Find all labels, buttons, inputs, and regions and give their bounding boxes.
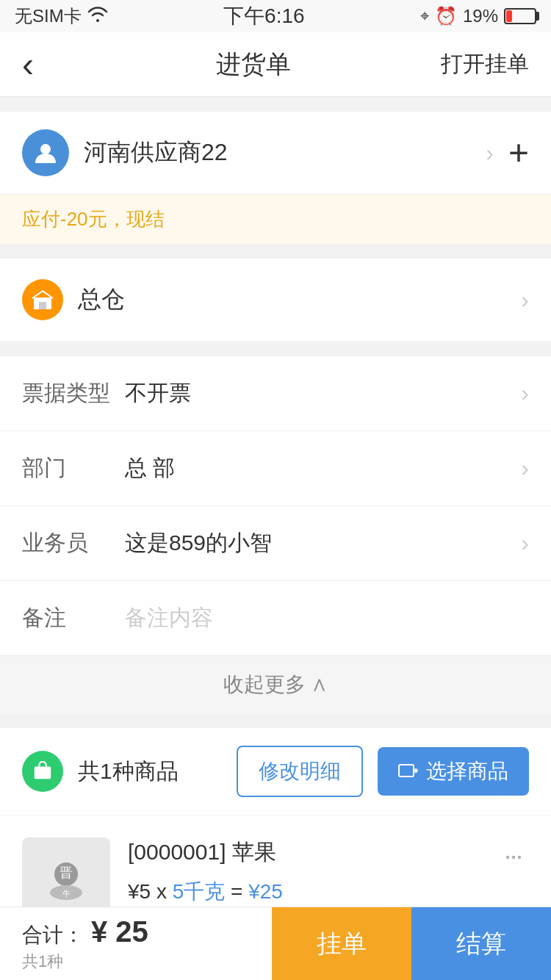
- status-time: 下午6:16: [223, 2, 305, 30]
- form-card: 票据类型 不开票 › 部门 总 部 › 业务员 这是859的小智 › 备注 备注…: [0, 356, 551, 655]
- section-gap-3: [0, 341, 551, 356]
- section-gap-1: [0, 97, 551, 112]
- battery-icon: [504, 8, 536, 24]
- salesman-chevron-icon: ›: [521, 530, 529, 557]
- total-sub: 共1种: [22, 951, 250, 973]
- location-icon: ⌖: [420, 7, 429, 26]
- status-bar: 无SIM卡 下午6:16 ⌖ ⏰ 19%: [0, 0, 551, 32]
- warehouse-icon: [22, 279, 63, 320]
- collapse-bar[interactable]: 收起更多 ∧: [0, 655, 551, 713]
- warehouse-row[interactable]: 总仓 ›: [0, 259, 551, 341]
- product-total: ¥25: [248, 880, 283, 903]
- open-hang-button[interactable]: 打开挂单: [441, 49, 529, 79]
- add-button[interactable]: +: [508, 135, 529, 170]
- product-qty: 5千克: [173, 880, 226, 903]
- supplier-name: 河南供应商22: [84, 137, 486, 169]
- price-base: ¥5: [128, 880, 151, 903]
- product-title-text: 苹果: [232, 840, 276, 864]
- salesman-row[interactable]: 业务员 这是859的小智 ›: [0, 505, 551, 580]
- select-product-button[interactable]: 选择商品: [378, 747, 529, 796]
- product-info: [0000001] 苹果 ¥5 x 5千克 = ¥25: [128, 837, 479, 906]
- wifi-icon: [87, 6, 108, 26]
- remark-input[interactable]: 备注内容: [110, 603, 529, 633]
- price-eq: =: [231, 880, 248, 903]
- total-section: 合计： ¥ 25 共1种: [0, 915, 272, 973]
- products-header: 共1种商品 修改明细 选择商品: [0, 728, 551, 815]
- back-button[interactable]: ‹: [22, 44, 66, 84]
- ticket-type-label: 票据类型: [22, 378, 110, 408]
- select-product-label: 选择商品: [426, 757, 508, 785]
- battery-percent: 19%: [463, 6, 498, 26]
- svg-rect-3: [35, 766, 51, 779]
- dept-chevron-icon: ›: [521, 455, 529, 482]
- remark-row[interactable]: 备注 备注内容: [0, 580, 551, 655]
- edit-detail-button[interactable]: 修改明细: [237, 746, 363, 797]
- product-price: ¥5 x 5千克 = ¥25: [128, 878, 479, 906]
- status-right: ⌖ ⏰ 19%: [420, 6, 536, 26]
- salesman-label: 业务员: [22, 528, 110, 558]
- price-sep: x: [156, 880, 173, 903]
- ticket-type-row[interactable]: 票据类型 不开票 ›: [0, 356, 551, 430]
- status-left: 无SIM卡: [15, 4, 108, 28]
- notice-bar: 应付-20元，现结: [0, 195, 551, 244]
- supplier-card: 河南供应商22 › + 应付-20元，现结: [0, 112, 551, 244]
- total-text: 合计：: [22, 921, 84, 949]
- product-name: [0000001] 苹果: [128, 837, 479, 868]
- ticket-type-chevron-icon: ›: [521, 380, 529, 407]
- section-gap-4: [0, 713, 551, 728]
- warehouse-chevron-icon: ›: [521, 287, 529, 314]
- product-code: [0000001]: [128, 840, 226, 864]
- hang-button[interactable]: 挂单: [272, 907, 411, 981]
- svg-text:晋: 晋: [60, 865, 73, 880]
- svg-rect-2: [39, 302, 46, 309]
- supplier-avatar: [22, 129, 69, 176]
- dept-label: 部门: [22, 453, 110, 483]
- dept-value: 总 部: [110, 453, 521, 483]
- products-count: 共1种商品: [78, 757, 222, 787]
- checkout-button[interactable]: 结算: [411, 907, 551, 981]
- page-title: 进货单: [216, 48, 291, 82]
- svg-text:牛: 牛: [62, 889, 71, 898]
- bottom-bar: 合计： ¥ 25 共1种 挂单 结算: [0, 907, 551, 980]
- svg-rect-4: [399, 765, 414, 777]
- total-amount: ¥ 25: [91, 915, 148, 948]
- product-more-button[interactable]: ···: [497, 837, 529, 874]
- ticket-type-value: 不开票: [110, 378, 521, 408]
- warehouse-name: 总仓: [78, 284, 521, 316]
- nav-bar: ‹ 进货单 打开挂单: [0, 32, 551, 97]
- remark-label: 备注: [22, 603, 110, 633]
- salesman-value: 这是859的小智: [110, 528, 521, 558]
- dept-row[interactable]: 部门 总 部 ›: [0, 430, 551, 505]
- svg-point-0: [40, 144, 51, 154]
- carrier-label: 无SIM卡: [15, 4, 82, 28]
- total-label: 合计： ¥ 25: [22, 915, 250, 949]
- alarm-icon: ⏰: [435, 6, 457, 26]
- supplier-row[interactable]: 河南供应商22 › +: [0, 112, 551, 195]
- warehouse-card: 总仓 ›: [0, 259, 551, 341]
- products-icon: [22, 751, 63, 792]
- supplier-chevron-icon: ›: [486, 140, 494, 167]
- section-gap-2: [0, 244, 551, 259]
